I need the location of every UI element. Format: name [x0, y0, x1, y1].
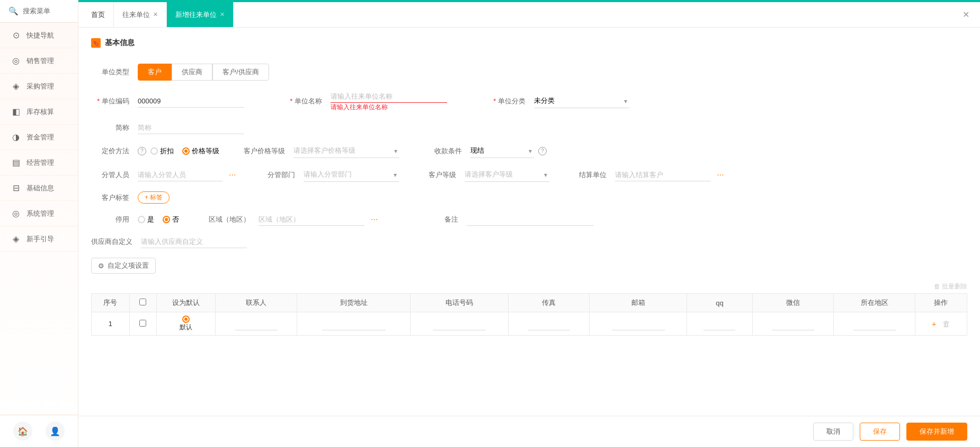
- region-label: 区域（地区）: [209, 215, 254, 224]
- disable-radio-group: 是 否: [138, 215, 179, 224]
- row-checkbox[interactable]: [139, 320, 146, 327]
- row-delete-btn[interactable]: 🗑: [940, 318, 952, 329]
- sidebar-footer-user[interactable]: 👤: [46, 422, 65, 441]
- tab-partners[interactable]: 往来单位 ✕: [114, 2, 167, 27]
- region-input[interactable]: [259, 213, 364, 226]
- row-no: 1: [92, 312, 130, 336]
- wechat-input[interactable]: [772, 318, 814, 330]
- manager-label: 分管人员: [91, 170, 133, 180]
- row-add-btn[interactable]: +: [930, 318, 939, 329]
- contact-input[interactable]: [235, 318, 278, 330]
- sidebar-item-quicknav[interactable]: ⊙ 快捷导航: [0, 23, 78, 48]
- unit-type-both[interactable]: 客户/供应商: [212, 64, 269, 81]
- customer-tag-row: 客户标签 + 标签: [91, 191, 967, 204]
- unit-name-input[interactable]: [331, 90, 447, 103]
- payment-terms-value[interactable]: 现结: [470, 144, 534, 158]
- pricing-pricelevel-radio[interactable]: [182, 147, 190, 155]
- row-qq: [687, 312, 752, 336]
- sidebar-item-inventory[interactable]: ◧ 库存核算: [0, 99, 78, 125]
- manager-row: 分管人员 ··· 分管部门 请输入分管部门 客户等级 请选择客户等级 结算单位: [91, 168, 967, 182]
- region-td-input[interactable]: [853, 318, 896, 330]
- phone-input[interactable]: [433, 318, 486, 330]
- col-qq: qq: [687, 294, 752, 312]
- customer-price-label: 客户价格等级: [244, 146, 289, 156]
- save-new-button[interactable]: 保存并新增: [906, 423, 967, 441]
- col-wechat: 微信: [752, 294, 834, 312]
- customer-level-placeholder[interactable]: 请选择客户等级: [465, 168, 549, 182]
- unit-name-field-wrapper: 请输入往来单位名称: [331, 90, 447, 112]
- sidebar-item-label: 库存核算: [26, 107, 54, 117]
- disable-no-radio[interactable]: [163, 216, 170, 223]
- tab-new-partner-label: 新增往来单位: [175, 10, 217, 20]
- operation-icon: ▤: [11, 157, 21, 168]
- unit-category-label: 单位分类: [487, 97, 530, 106]
- manager-input[interactable]: [138, 169, 222, 181]
- pricing-pricelevel-label: 价格等级: [192, 146, 219, 156]
- email-input[interactable]: [612, 318, 665, 330]
- custom-setting-button[interactable]: ⚙ 自定义项设置: [91, 258, 156, 274]
- disable-yes[interactable]: 是: [138, 215, 154, 224]
- pricing-discount-radio[interactable]: [150, 147, 158, 155]
- col-contact: 联系人: [216, 294, 297, 312]
- sidebar-item-finance[interactable]: ◑ 资金管理: [0, 125, 78, 150]
- tab-partners-close[interactable]: ✕: [153, 11, 158, 18]
- settlement-input[interactable]: [615, 169, 710, 181]
- pricing-row: 定价方法 ? 折扣 价格等级 客户价格等级: [91, 144, 967, 158]
- unit-name-error: 请输入往来单位名称: [331, 103, 447, 112]
- tab-new-partner[interactable]: 新增往来单位 ✕: [167, 2, 234, 27]
- batch-delete-label[interactable]: 批量删除: [942, 283, 967, 290]
- cancel-button[interactable]: 取消: [813, 423, 853, 441]
- unit-type-label: 单位类型: [91, 67, 133, 77]
- section-title: 基本信息: [105, 38, 135, 48]
- alias-input[interactable]: [138, 121, 244, 134]
- unit-type-customer[interactable]: 客户: [138, 64, 172, 81]
- pricing-pricelevel[interactable]: 价格等级: [182, 146, 219, 156]
- supplier-custom-input[interactable]: [141, 235, 247, 248]
- tab-new-partner-close[interactable]: ✕: [220, 11, 225, 18]
- sidebar-item-newguide[interactable]: ◈ 新手引导: [0, 226, 78, 252]
- sidebar-item-basic[interactable]: ⊟ 基础信息: [0, 176, 78, 201]
- supplier-custom-row: 供应商自定义: [91, 235, 967, 248]
- tag-add-button[interactable]: + 标签: [138, 191, 170, 204]
- sidebar-search[interactable]: 🔍 搜索菜单: [0, 0, 78, 23]
- table-row: 1 默认: [92, 312, 967, 336]
- disable-yes-radio[interactable]: [138, 216, 145, 223]
- disable-no[interactable]: 否: [163, 215, 179, 224]
- sidebar-item-label: 采购管理: [26, 82, 54, 91]
- pricing-help-icon[interactable]: ?: [138, 147, 146, 155]
- col-action: 操作: [915, 294, 967, 312]
- select-all-checkbox[interactable]: [139, 299, 146, 305]
- pricing-discount-label: 折扣: [160, 146, 174, 156]
- row-default: 默认: [157, 312, 216, 336]
- address-input[interactable]: [322, 318, 386, 330]
- unit-code-label: 单位编码: [91, 97, 133, 106]
- unit-type-supplier[interactable]: 供应商: [172, 64, 212, 81]
- department-placeholder[interactable]: 请输入分管部门: [304, 168, 399, 182]
- row-wechat: [752, 312, 834, 336]
- settlement-more-btn[interactable]: ···: [715, 170, 726, 180]
- sidebar-footer-home[interactable]: 🏠: [13, 422, 32, 441]
- pricing-discount[interactable]: 折扣: [150, 146, 174, 156]
- sidebar-item-system[interactable]: ◎ 系统管理: [0, 201, 78, 226]
- unit-code-input[interactable]: [138, 95, 244, 108]
- search-icon: 🔍: [8, 6, 19, 16]
- unit-category-value[interactable]: 未分类: [534, 94, 629, 108]
- tab-home[interactable]: 首页: [83, 2, 114, 27]
- customer-level-select: 请选择客户等级: [465, 168, 549, 182]
- region-more-btn[interactable]: ···: [369, 215, 380, 224]
- qq-input[interactable]: [703, 318, 735, 330]
- default-radio[interactable]: [182, 315, 190, 323]
- tab-bar: 首页 往来单位 ✕ 新增往来单位 ✕ ✕: [78, 2, 980, 28]
- sales-icon: ◎: [11, 56, 21, 66]
- sidebar-item-operation[interactable]: ▤ 经营管理: [0, 150, 78, 176]
- payment-help-icon[interactable]: ?: [538, 147, 547, 155]
- remarks-input[interactable]: [467, 213, 594, 226]
- supplier-custom-label: 供应商自定义: [91, 237, 137, 247]
- close-all-tabs[interactable]: ✕: [956, 10, 976, 20]
- fax-input[interactable]: [528, 318, 570, 330]
- sidebar-item-purchase[interactable]: ◈ 采购管理: [0, 74, 78, 99]
- manager-more-btn[interactable]: ···: [227, 170, 238, 180]
- customer-price-placeholder[interactable]: 请选择客户价格等级: [293, 144, 399, 158]
- sidebar-item-sales[interactable]: ◎ 销售管理: [0, 48, 78, 74]
- save-button[interactable]: 保存: [860, 423, 900, 441]
